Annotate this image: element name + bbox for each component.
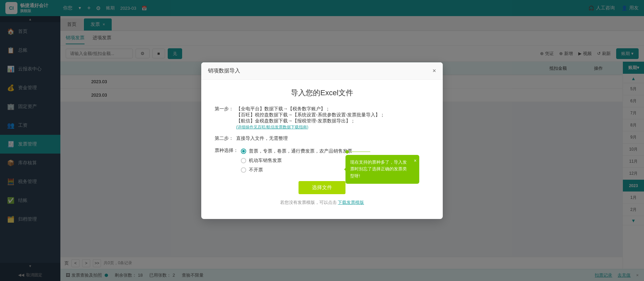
import-modal: 销项数据导入 × 导入您的Excel文件 第一步： 【全电平台】数据下载→【税务… bbox=[201, 62, 443, 219]
modal-body: 导入您的Excel文件 第一步： 【全电平台】数据下载→【税务数字账户】； 【百… bbox=[201, 80, 443, 219]
radio-no-ticket-label: 不开票 bbox=[249, 167, 263, 173]
radio-normal-label: 普票，专票，卷票，通行费发票，农产品销售发票 bbox=[249, 148, 352, 154]
step1-link: (详细操作见百旺/航信发票数据下载指南) bbox=[236, 124, 385, 130]
tooltip-container: 现在支持的票种多了，导入发票时别忘了选择正确的发票类型呀! × bbox=[345, 150, 419, 184]
modal-step2: 第二步： 直接导入文件，无需整理 bbox=[215, 135, 429, 142]
radio-group: 普票，专票，卷票，通行费发票，农产品销售发票 机动车销售发票 不开票 bbox=[241, 148, 352, 173]
step1-line-2: 【百旺】税控盘数据下载→【系统设置-系统参数设置-发票批量导入】； bbox=[236, 112, 385, 118]
step2-row: 第二步： 直接导入文件，无需整理 bbox=[215, 135, 429, 142]
step1-content: 【全电平台】数据下载→【税务数字账户】； 【百旺】税控盘数据下载→【系统设置-系… bbox=[236, 106, 385, 130]
radio-no-ticket[interactable]: 不开票 bbox=[241, 167, 352, 173]
modal-title: 销项数据导入 bbox=[208, 67, 240, 74]
modal-close-btn[interactable]: × bbox=[432, 67, 436, 74]
step1-guide-link[interactable]: (详细操作见百旺/航信发票数据下载指南) bbox=[236, 125, 308, 129]
radio-motor-label: 机动车销售发票 bbox=[249, 158, 282, 164]
select-file-btn[interactable]: 选择文件 bbox=[299, 181, 345, 194]
radio-normal[interactable]: 普票，专票，卷票，通行费发票，农产品销售发票 bbox=[241, 148, 352, 154]
download-template-link[interactable]: 下载发票模版 bbox=[338, 200, 364, 205]
ticket-label: 票种选择： bbox=[215, 147, 238, 154]
radio-normal-circle bbox=[241, 149, 246, 154]
overlay: 销项数据导入 × 导入您的Excel文件 第一步： 【全电平台】数据下载→【税务… bbox=[0, 0, 644, 281]
radio-no-ticket-circle bbox=[241, 167, 246, 173]
step1-label: 第一步： bbox=[215, 106, 233, 130]
step2-content: 直接导入文件，无需整理 bbox=[236, 135, 288, 142]
step1-line-3: 【航信】金税盘数据下载→【报税管理-发票数据导出】； bbox=[236, 118, 385, 124]
modal-footer-note: 若您没有发票模版，可以点击 下载发票模版 bbox=[215, 200, 429, 206]
ticket-select-section: 票种选择： 普票，专票，卷票，通行费发票，农产品销售发票 机动车销售 bbox=[215, 147, 429, 173]
step1-line-1: 【全电平台】数据下载→【税务数字账户】； bbox=[236, 106, 385, 112]
tooltip-arrow bbox=[342, 167, 346, 171]
modal-step1: 第一步： 【全电平台】数据下载→【税务数字账户】； 【百旺】税控盘数据下载→【系… bbox=[215, 106, 429, 130]
tooltip-connector-line bbox=[350, 152, 370, 152]
tooltip-close-btn[interactable]: × bbox=[414, 157, 417, 164]
tooltip-connector-dot bbox=[345, 150, 349, 154]
radio-normal-dot bbox=[242, 150, 245, 153]
tooltip-text: 现在支持的票种多了，导入发票时别忘了选择正确的发票类型呀! bbox=[350, 160, 407, 179]
radio-motor[interactable]: 机动车销售发票 bbox=[241, 158, 352, 164]
modal-header: 销项数据导入 × bbox=[201, 62, 443, 80]
radio-motor-circle bbox=[241, 158, 246, 163]
tooltip-bubble: 现在支持的票种多了，导入发票时别忘了选择正确的发票类型呀! × bbox=[345, 155, 419, 184]
step2-label: 第二步： bbox=[215, 135, 233, 142]
step1-row: 第一步： 【全电平台】数据下载→【税务数字账户】； 【百旺】税控盘数据下载→【系… bbox=[215, 106, 429, 130]
modal-big-title: 导入您的Excel文件 bbox=[215, 88, 429, 98]
